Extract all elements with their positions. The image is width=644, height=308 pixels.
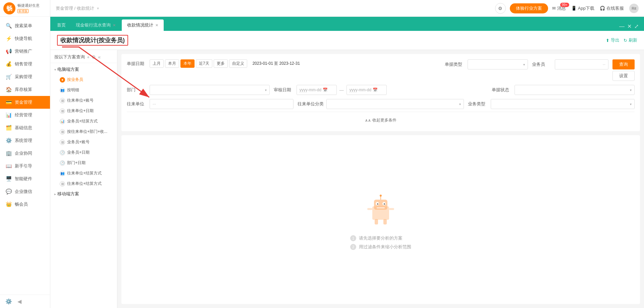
sidebar-item-member[interactable]: 👑 畅会员 [0,198,50,211]
gear-button[interactable]: ⚙ [495,3,506,14]
sidebar-item-smart-hw[interactable]: 🖥️ 智能硬件 [0,172,50,185]
app-download-button[interactable]: 📱 App下载 [571,5,594,11]
date-btn-this-year[interactable]: 本年 [180,59,195,68]
purchase-icon: 🛒 [5,74,12,80]
desktop-scheme-group[interactable]: ▾ 电脑端方案 [50,64,117,74]
sidebar-item-operation[interactable]: 📊 经营管理 [0,109,50,121]
sidebar-item-finance[interactable]: 💳 资金管理 [0,96,50,109]
collapse-filter-button[interactable]: ∧∧ 收起更多条件 [362,115,399,126]
member-icon: 👑 [5,201,12,207]
scheme-settings-icon[interactable]: ⚙ [92,54,96,60]
tab-receipt-stats-close-icon[interactable]: ✕ [155,23,158,28]
export-icon: ⬆ [606,38,609,43]
doc-status-select[interactable]: ▾ [515,85,635,95]
date-btn-more[interactable]: 更多 [214,59,228,68]
scheme-item-counterpart-date[interactable]: ▦ 往来单位+日期 [50,106,117,116]
top-header: 资金管理 / 收款统计 ▾ ⚙ 体验行业方案 ✉ 消息 99+ 📱 App下载 … [50,0,644,17]
online-service-label: 在线客服 [606,5,624,11]
settings-footer-icon[interactable]: ⚙️ [5,298,12,305]
tab-bank-flow-close-icon[interactable]: ✕ [113,23,116,28]
scheme-item-label: 按往来单位+部门+收... [67,129,107,135]
page-header: 收款情况统计(按业务员) ⬆ 导出 ↻ 刷新 [50,31,644,50]
scheme-item-counterpart-dept[interactable]: ▦ 按往来单位+部门+收... [50,126,117,137]
business-type-select[interactable]: ▾ [491,99,635,109]
window-close-icon[interactable]: ✕ [627,23,632,30]
sidebar-item-purchase[interactable]: 🛒 采购管理 [0,70,50,83]
scheme-item-counterpart-settlement2[interactable]: ▦ 往来单位+结算方式 [50,178,117,189]
scheme-item-icon: 🕐 [60,160,65,166]
scheme-item-detail[interactable]: 👥 按明细 [50,85,117,95]
sidebar-item-system[interactable]: ⚙️ 系统管理 [0,134,50,147]
sidebar-item-guide[interactable]: 📖 新手引导 [0,160,50,172]
empty-robot-svg [364,193,397,226]
counterpart-category-select[interactable]: ▾ [326,99,464,109]
date-separator: — [339,88,344,93]
filter-section: 单据日期 上月 本月 本年 近7天 更多 自定义 2023-01-01 至 20… [121,54,640,131]
scheme-item-dept-date[interactable]: 🕐 部门+日期 [50,158,117,168]
review-date-to-input[interactable]: yyyy-mm-dd 📅 [346,85,387,95]
scheme-item-salesman-account[interactable]: ▦ 业务员+账号 [50,137,117,147]
sidebar-item-search-menu[interactable]: 🔍 搜索菜单 [0,19,50,32]
svg-point-8 [380,195,382,197]
sidebar-item-quick-nav[interactable]: ⚡ 快捷导航 [0,32,50,45]
counterpart-select[interactable]: ··· [150,99,293,109]
notification-button[interactable]: ✉ 消息 99+ [552,5,566,11]
doc-type-label: 单据类型 [445,61,465,67]
collapse-panel-icon[interactable]: « [98,54,101,60]
sidebar-item-marketing[interactable]: 📢 营销推广 [0,45,50,58]
tab-bank-flow[interactable]: 现金银行流水查询 ✕ [70,19,121,31]
tab-receipt-stats[interactable]: 收款情况统计 ✕ [122,19,164,31]
date-btn-custom[interactable]: 自定义 [229,59,247,68]
query-button[interactable]: 查询 [612,59,635,69]
window-minimize-icon[interactable]: — [619,23,625,30]
sidebar-item-label: 企业协同 [15,150,32,156]
window-expand-icon[interactable]: ⤢ [634,23,639,30]
mobile-scheme-group[interactable]: ▸ 移动端方案 [50,189,117,199]
settings-button[interactable]: 设置 [612,71,635,81]
sidebar-item-label: 智能硬件 [15,176,32,182]
smart-hw-icon: 🖥️ [5,176,12,182]
salesman-select[interactable]: ··· [555,59,608,69]
scheme-item-label: 往来单位+结算方式 [67,181,102,187]
tab-bank-flow-label: 现金银行流水查询 [76,22,111,28]
sidebar-item-enterprise[interactable]: 🏢 企业协同 [0,147,50,160]
date-btn-7days[interactable]: 近7天 [196,59,212,68]
scheme-item-label: 业务员+结算方式 [67,118,98,124]
tip-2-text: 用过滤条件来缩小分析范围 [359,244,411,250]
counterpart-more-icon: ··· [153,102,156,106]
tab-home[interactable]: 首页 [53,19,70,31]
sidebar-item-warehouse[interactable]: 🏠 库存核算 [0,83,50,96]
export-label: 导出 [611,37,620,43]
scheme-item-label: 往来单位+结算方式 [67,170,102,176]
collapse-sidebar-icon[interactable]: ◀ [17,298,21,305]
sidebar-item-basic-info[interactable]: 🗂️ 基础信息 [0,121,50,134]
trial-button[interactable]: 体验行业方案 [510,3,548,13]
user-avatar[interactable]: Rit [629,4,639,13]
doc-type-select[interactable]: ▾ [468,59,528,69]
tip-2-number: 2 [350,244,356,250]
scheme-item-counterpart-settlement1[interactable]: 👥 往来单位+结算方式 [50,168,117,178]
export-button[interactable]: ⬆ 导出 [606,37,620,43]
sidebar-item-label: 搜索菜单 [15,23,32,29]
scheme-item-counterpart-account[interactable]: ▦ 往来单位+账号 [50,95,117,106]
sidebar-item-wechat[interactable]: 💬 企业微信 [0,185,50,198]
svg-rect-10 [389,208,394,210]
date-btn-last-month[interactable]: 上月 [150,59,164,68]
doc-status-label: 单据状态 [492,87,512,93]
scheme-item-salesman-settlement[interactable]: 📊 业务员+结算方式 [50,116,117,126]
mobile-group-arrow-icon: ▸ [54,192,56,196]
date-range-display: 2023-01-01 至 2023-12-31 [253,61,300,66]
refresh-button[interactable]: ↻ 刷新 [624,37,637,43]
sidebar-item-sales[interactable]: 💰 销售管理 [0,58,50,70]
home-tab-label: 首页 [57,22,66,28]
date-btn-group: 上月 本月 本年 近7天 更多 自定义 [150,59,247,68]
scheme-item-salesman[interactable]: ● 按业务员 [50,74,117,85]
dept-select[interactable]: ▾ [150,85,270,95]
review-date-from-input[interactable]: yyyy-mm-dd 📅 [297,85,337,95]
notification-badge: 99+ [560,3,569,7]
tip-1-number: 1 [350,235,356,241]
date-btn-this-month[interactable]: 本月 [165,59,179,68]
scheme-item-salesman-date[interactable]: 🕐 业务员+日期 [50,147,117,158]
add-scheme-icon[interactable]: + [87,54,90,60]
online-service-button[interactable]: 🎧 在线客服 [600,5,624,11]
